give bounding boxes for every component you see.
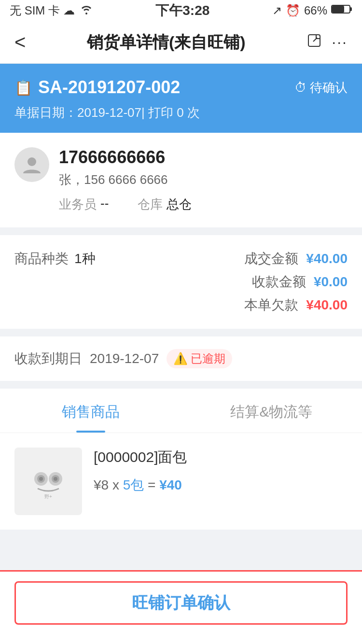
product-name: [0000002]面包	[94, 448, 348, 467]
product-type-row: 商品种类 1种	[14, 250, 96, 268]
svg-point-10	[54, 477, 57, 481]
status-right: ↗ ⏰ 66%	[272, 4, 352, 17]
product-qty: 5包	[123, 477, 144, 492]
overdue-badge: ⚠️ 已逾期	[167, 349, 232, 368]
owed-value: ¥40.00	[306, 297, 348, 313]
product-type-label: 商品种类	[14, 250, 69, 268]
customer-name: 张，156 6666 6666	[59, 171, 348, 188]
overdue-text: 已逾期	[191, 351, 225, 366]
order-date-row: 单据日期：2019-12-07| 打印 0 次	[14, 104, 348, 121]
transaction-value: ¥40.00	[306, 251, 348, 266]
tabs-section: 销售商品 结算&物流等 野+ [0000002]面包 ¥8 x 5包 = ¥4	[0, 389, 362, 530]
due-date-section: 收款到期日 2019-12-07 ⚠️ 已逾期	[0, 336, 362, 381]
wifi-icon	[80, 4, 93, 17]
product-total: ¥40	[159, 477, 182, 492]
customer-meta: 业务员 -- 仓库 总仓	[59, 196, 348, 213]
sales-label: 业务员	[59, 196, 97, 213]
summary-left: 商品种类 1种	[14, 250, 96, 314]
warehouse-value: 总仓	[167, 196, 192, 213]
clock-icon: ⏱	[294, 80, 307, 95]
tab-sales-products[interactable]: 销售商品	[0, 389, 181, 433]
summary-section: 商品种类 1种 成交金额 ¥40.00 收款金额 ¥0.00 本单欠款 ¥40.…	[0, 235, 362, 329]
alarm-icon: ⏰	[286, 4, 300, 17]
customer-info: 17666666666 张，156 6666 6666 业务员 -- 仓库 总仓	[59, 147, 348, 213]
svg-rect-1	[350, 7, 352, 11]
back-button[interactable]: <	[14, 31, 26, 53]
warehouse-label: 仓库	[138, 196, 163, 213]
product-item: 野+ [0000002]面包 ¥8 x 5包 = ¥40	[0, 433, 362, 530]
confirm-order-button[interactable]: 旺铺订单确认	[14, 581, 348, 625]
product-price: ¥8 x 5包 = ¥40	[94, 476, 348, 494]
warning-icon: ⚠️	[173, 352, 188, 365]
more-icon[interactable]: ···	[332, 33, 348, 51]
equals-sign: =	[144, 477, 159, 492]
order-status-badge: ⏱ 待确认	[294, 79, 348, 96]
owed-label: 本单欠款	[244, 296, 298, 314]
order-icon: 📋	[14, 79, 32, 96]
status-time: 下午3:28	[155, 1, 209, 20]
svg-text:野+: 野+	[44, 494, 52, 499]
received-amount-row: 收款金额 ¥0.00	[252, 273, 348, 291]
nav-bar: < 销货单详情(来自旺铺) ···	[0, 21, 362, 64]
product-type-value: 1种	[74, 250, 96, 268]
customer-phone: 17666666666	[59, 147, 348, 168]
customer-section: 17666666666 张，156 6666 6666 业务员 -- 仓库 总仓	[0, 133, 362, 227]
svg-point-9	[39, 477, 43, 481]
svg-point-4	[28, 157, 36, 166]
sim-label: 无 SIM 卡 ☁	[10, 3, 75, 18]
page-title: 销货单详情(来自旺铺)	[87, 31, 246, 54]
status-left: 无 SIM 卡 ☁	[10, 3, 93, 18]
location-icon: ↗	[272, 4, 282, 17]
order-id: 📋 SA-20191207-002	[14, 77, 180, 98]
sales-value: --	[100, 196, 109, 213]
customer-avatar	[14, 147, 49, 182]
product-thumbnail: 野+	[14, 448, 82, 515]
received-value: ¥0.00	[314, 274, 348, 290]
owed-amount-row: 本单欠款 ¥40.00	[244, 296, 348, 314]
unit-price: ¥8 x	[94, 477, 123, 492]
bottom-bar: 旺铺订单确认	[0, 570, 362, 644]
share-icon[interactable]	[306, 33, 322, 52]
battery-icon	[331, 4, 352, 17]
nav-icons: ···	[306, 33, 348, 52]
received-label: 收款金额	[252, 273, 306, 291]
due-date-label: 收款到期日	[14, 350, 82, 368]
transaction-label: 成交金额	[244, 250, 298, 268]
order-header-card: 📋 SA-20191207-002 ⏱ 待确认 单据日期：2019-12-07|…	[0, 64, 362, 133]
battery-label: 66%	[304, 4, 327, 17]
due-date-value: 2019-12-07	[90, 351, 159, 366]
tab-settlement[interactable]: 结算&物流等	[181, 389, 362, 433]
transaction-amount-row: 成交金额 ¥40.00	[244, 250, 348, 268]
status-bar: 无 SIM 卡 ☁ 下午3:28 ↗ ⏰ 66%	[0, 0, 362, 21]
summary-right: 成交金额 ¥40.00 收款金额 ¥0.00 本单欠款 ¥40.00	[244, 250, 348, 314]
tabs-row: 销售商品 结算&物流等	[0, 389, 362, 433]
svg-rect-2	[332, 6, 344, 13]
product-info: [0000002]面包 ¥8 x 5包 = ¥40	[94, 448, 348, 494]
